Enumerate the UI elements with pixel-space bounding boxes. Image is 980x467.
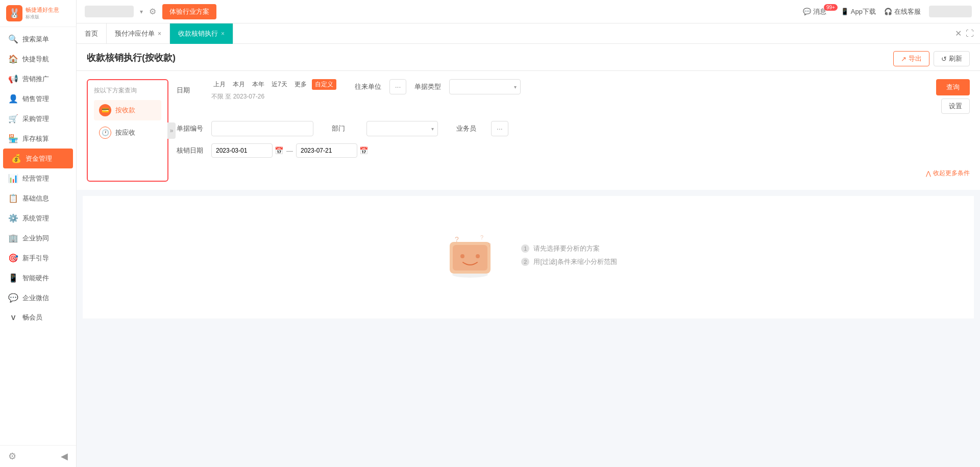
tab-prepay[interactable]: 预付冲应付单 ×	[107, 23, 170, 44]
sidebar-item-search[interactable]: 🔍 搜索菜单	[0, 29, 76, 49]
setting-btn[interactable]: 设置	[941, 99, 970, 114]
contact-label: 往来单位	[355, 82, 385, 91]
date-no-limit-text: 不限 至 2023-07-26	[211, 92, 336, 101]
system-icon: ⚙️	[8, 213, 18, 223]
verify-date-field: 核销日期 📅 — 📅	[177, 143, 368, 158]
sidebar-item-inventory[interactable]: 🏪 库存核算	[0, 129, 76, 149]
export-btn[interactable]: ↗ 导出	[893, 51, 929, 66]
date-this-month-btn[interactable]: 本月	[231, 79, 247, 90]
finance-icon: 💰	[11, 154, 21, 163]
sidebar-bottom: ⚙ ◀	[0, 445, 76, 467]
wechat-icon: 💬	[8, 293, 18, 303]
topbar-gear-icon[interactable]: ⚙	[149, 7, 156, 16]
sidebar-label-inventory: 库存核算	[22, 134, 49, 143]
filter-form: 日期 上月 本月 本年 近7天 更多 自定义 不限 至 2023-07-26	[177, 79, 970, 182]
doc-num-input[interactable]	[211, 121, 313, 136]
app-logo-icon: 🐰	[6, 5, 22, 21]
sidebar-label-basic: 基础信息	[22, 194, 49, 203]
sidebar-label-member: 畅会员	[22, 313, 42, 322]
hint-text-1: 请先选择要分析的方案	[533, 244, 600, 253]
sidebar-menu: 🔍 搜索菜单 🏠 快捷导航 📢 营销推广 👤 销售管理 🛒 采购管理 🏪 库存核…	[0, 27, 76, 445]
topbar-app-download-btn[interactable]: 📱 App下载	[841, 7, 876, 16]
sidebar-item-basic[interactable]: 📋 基础信息	[0, 188, 76, 208]
verify-start-input[interactable]	[211, 143, 273, 158]
refresh-btn[interactable]: ↺ 刷新	[934, 51, 970, 66]
filter-by-receivable-label: 按应收	[115, 128, 135, 137]
tab-fullscreen-btn[interactable]: ⛶	[966, 29, 974, 38]
collapse-sidebar-btn[interactable]: ◀	[61, 451, 68, 462]
date-last-month-btn[interactable]: 上月	[211, 79, 228, 90]
tab-receipt-verify[interactable]: 收款核销执行 ×	[170, 23, 233, 44]
svg-point-3	[460, 254, 464, 258]
collapse-more-icon: ⋀	[926, 170, 931, 177]
sidebar-label-system: 系统管理	[22, 214, 49, 223]
filter-panel: 按以下方案查询 💳 按收款 🕐 按应收 »	[87, 79, 168, 182]
doc-num-label: 单据编号	[177, 124, 207, 133]
topbar-service-btn[interactable]: 🎧 在线客服	[884, 7, 921, 16]
sidebar-item-system[interactable]: ⚙️ 系统管理	[0, 208, 76, 228]
filter-row-2: 单据编号 部门 ▾ 业务员 ···	[177, 121, 970, 136]
sidebar-label-marketing: 营销推广	[22, 75, 49, 84]
sidebar-item-guide[interactable]: 🎯 新手引导	[0, 248, 76, 268]
sidebar-item-wechat[interactable]: 💬 企业微信	[0, 288, 76, 308]
date-custom-btn[interactable]: 自定义	[312, 79, 336, 90]
doc-type-label: 单据类型	[414, 82, 445, 91]
filter-row-3: 核销日期 📅 — 📅	[177, 143, 970, 158]
svg-text:?: ?	[488, 242, 491, 248]
topbar-username	[929, 6, 972, 17]
verify-end-cal-icon[interactable]: 📅	[359, 146, 368, 155]
solution-btn[interactable]: 体验行业方案	[162, 4, 216, 19]
svg-text:?: ?	[480, 234, 483, 240]
date-more-btn[interactable]: 更多	[292, 79, 309, 90]
empty-illustration: ? ? ?	[439, 227, 501, 278]
filter-option-by-receipt[interactable]: 💳 按收款	[94, 100, 161, 120]
date-shortcuts: 上月 本月 本年 近7天 更多 自定义	[211, 79, 336, 90]
date-range-separator: —	[286, 147, 293, 155]
dept-select[interactable]	[366, 121, 438, 136]
topbar-message-btn[interactable]: 💬 消息 99+	[803, 7, 832, 16]
verify-end-input[interactable]	[296, 143, 357, 158]
sidebar-item-member[interactable]: V 畅会员	[0, 308, 76, 327]
sidebar-item-sales[interactable]: 👤 销售管理	[0, 89, 76, 109]
date-this-year-btn[interactable]: 本年	[250, 79, 266, 90]
tab-prepay-label: 预付冲应付单	[115, 29, 155, 38]
verify-start-wrap: 📅	[211, 143, 283, 158]
app-name: 畅捷通好生意	[26, 6, 59, 13]
sidebar-item-marketing[interactable]: 📢 营销推广	[0, 69, 76, 89]
search-icon: 🔍	[8, 34, 18, 44]
staff-field: 业务员 ···	[456, 121, 508, 136]
sidebar-item-purchase[interactable]: 🛒 采购管理	[0, 109, 76, 129]
contact-picker-btn[interactable]: ···	[389, 79, 407, 94]
sales-icon: 👤	[8, 94, 18, 104]
tab-close-all-btn[interactable]: ✕	[955, 29, 962, 38]
tab-actions: ✕ ⛶	[949, 29, 980, 38]
doc-type-select[interactable]	[449, 79, 521, 94]
collapse-more-btn[interactable]: ⋀ 收起更多条件	[926, 165, 970, 182]
staff-picker-btn[interactable]: ···	[491, 121, 508, 136]
sidebar-item-enterprise[interactable]: 🏢 企业协同	[0, 228, 76, 248]
sidebar-label-enterprise: 企业协同	[22, 234, 49, 243]
app-edition: 标准版	[26, 14, 59, 20]
filter-panel-collapse-btn[interactable]: »	[167, 122, 176, 139]
filter-option-by-receivable[interactable]: 🕐 按应收	[94, 122, 161, 143]
sidebar-item-quicknav[interactable]: 🏠 快捷导航	[0, 49, 76, 69]
tab-prepay-close-btn[interactable]: ×	[158, 30, 161, 37]
sidebar: 🐰 畅捷通好生意 标准版 🔍 搜索菜单 🏠 快捷导航 📢 营销推广 👤 销售管理…	[0, 0, 77, 467]
sidebar-item-finance[interactable]: 💰 资金管理	[3, 149, 73, 168]
verify-end-wrap: 📅	[296, 143, 368, 158]
tab-receipt-verify-close-btn[interactable]: ×	[221, 30, 225, 37]
tab-home[interactable]: 首页	[77, 23, 107, 44]
topbar-brand	[85, 6, 134, 17]
dept-select-wrap: ▾	[366, 121, 438, 136]
sidebar-label-hardware: 智能硬件	[22, 274, 49, 283]
home-icon: 🏠	[8, 54, 18, 64]
settings-bottom-icon[interactable]: ⚙	[8, 451, 16, 462]
sidebar-logo: 🐰 畅捷通好生意 标准版	[0, 0, 76, 27]
dept-label: 部门	[332, 124, 362, 133]
verify-start-cal-icon[interactable]: 📅	[275, 146, 283, 155]
sidebar-item-hardware[interactable]: 📱 智能硬件	[0, 268, 76, 288]
date-7days-btn[interactable]: 近7天	[270, 79, 289, 90]
query-btn[interactable]: 查询	[936, 79, 970, 95]
sidebar-item-operations[interactable]: 📊 经营管理	[0, 168, 76, 188]
tabbar: 首页 预付冲应付单 × 收款核销执行 × ✕ ⛶	[77, 23, 980, 44]
